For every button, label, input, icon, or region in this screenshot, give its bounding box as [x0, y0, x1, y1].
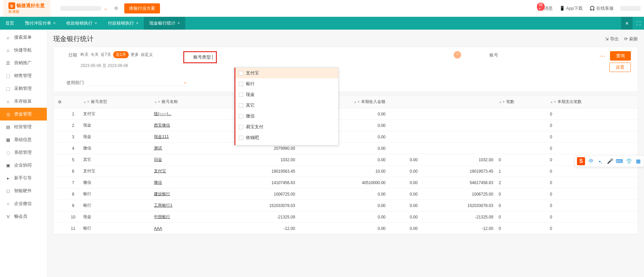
gear-icon[interactable]: ⚙	[114, 6, 118, 11]
messages-link[interactable]: 💬 消息 99 +	[537, 5, 553, 11]
sidebar-item-采购管理[interactable]: ⬚采购管理	[0, 82, 47, 95]
sidebar-item-系统管理[interactable]: ◌系统管理	[0, 146, 47, 159]
date-chip-昨天[interactable]: 昨天	[80, 52, 89, 58]
dropdown-option-长沙银行[interactable]: 长沙银行	[235, 143, 338, 145]
col-cnt[interactable]: ▲▼笔数	[496, 96, 547, 108]
online-service-link[interactable]: 🎧 在线客服	[589, 5, 614, 11]
sidebar-item-畅会员[interactable]: V畅会员	[0, 210, 47, 223]
skin-icon[interactable]: 👕	[625, 158, 632, 165]
account-link[interactable]: AAA	[154, 226, 162, 231]
date-chip-自定义[interactable]: 自定义	[141, 52, 153, 58]
account-link[interactable]: 测试	[154, 146, 162, 150]
tab-close-all-button[interactable]: ✕	[621, 17, 633, 30]
checkbox[interactable]	[239, 71, 243, 75]
sidebar-item-快捷导航[interactable]: ⌂快捷导航	[0, 44, 47, 57]
checkbox[interactable]	[239, 114, 243, 118]
sidebar-item-企业协同[interactable]: ▣企业协同	[0, 159, 47, 172]
tab-付款核销执行[interactable]: 付款核销执行×	[102, 17, 144, 30]
checkbox[interactable]	[239, 82, 243, 86]
fullscreen-button[interactable]: ⛶	[633, 17, 644, 30]
checkbox[interactable]	[239, 136, 243, 140]
account-link[interactable]: 陆(○○○)...	[154, 111, 171, 116]
ime-lang[interactable]: 中	[588, 158, 594, 165]
app-download-link[interactable]: 📱 App下载	[559, 5, 583, 11]
account-type-filter[interactable]: 账号类型	[183, 51, 217, 63]
account-link[interactable]: 中国银行	[154, 214, 170, 219]
service-label: 在线客服	[596, 5, 614, 11]
sidebar-item-新手引导[interactable]: ▸新手引导	[0, 172, 47, 184]
sidebar-item-销售管理[interactable]: ⬚销售管理	[0, 69, 47, 82]
account-link[interactable]: 西安微信	[154, 123, 170, 128]
cell-cnt: 1	[496, 166, 547, 177]
col-type[interactable]: ▲▼账号类型	[80, 96, 151, 108]
account-number-input[interactable]	[502, 51, 589, 51]
ime-punct-icon[interactable]: •,	[597, 158, 604, 165]
col-gear[interactable]: ⚙	[54, 96, 66, 108]
sidebar-item-智能硬件[interactable]: ◻智能硬件	[0, 184, 47, 197]
refresh-button[interactable]: ⟳刷新	[624, 36, 638, 42]
sogou-icon[interactable]: S	[577, 157, 585, 165]
date-chip-更多[interactable]: 更多	[131, 52, 139, 58]
checkbox[interactable]	[239, 103, 243, 108]
toolbox-icon[interactable]: ▦	[635, 158, 642, 165]
dropdown-option-微信[interactable]: 微信	[235, 111, 338, 122]
close-icon[interactable]: ×	[53, 21, 56, 26]
tab-预付冲应付单[interactable]: 预付冲应付单×	[20, 17, 61, 30]
account-link[interactable]: 微信	[154, 180, 162, 185]
dropdown-option-易宝支付[interactable]: 易宝支付	[235, 122, 338, 132]
cell-cnt: 2	[496, 177, 547, 188]
col-outcnt[interactable]: ▲▼本期支出笔数	[547, 96, 638, 108]
sidebar-item-营销推广[interactable]: ☰营销推广	[0, 57, 47, 69]
sidebar-item-资金管理[interactable]: ◎资金管理	[0, 108, 47, 120]
table-row: 11银行AAA-12.000.000.00-12.0000	[54, 223, 638, 234]
dept-select[interactable]: ⌄	[87, 78, 188, 86]
close-icon[interactable]: ×	[95, 21, 97, 26]
date-chip-近7天[interactable]: 近7天	[101, 52, 111, 58]
sidebar-icon: ◌	[5, 150, 11, 155]
close-icon[interactable]: ×	[136, 21, 138, 26]
tab-现金银行统计[interactable]: 现金银行统计×	[144, 17, 185, 30]
mic-icon[interactable]: 🎤	[607, 158, 613, 165]
cell-name: 旧金	[151, 154, 222, 166]
sidebar-item-库存核算[interactable]: ⌂库存核算	[0, 95, 47, 108]
sidebar-icon: ▸	[5, 176, 11, 181]
sidebar-item-基础信息[interactable]: ▦基础信息	[0, 133, 47, 146]
company-selector[interactable]: ⌄	[61, 6, 107, 11]
row-gear	[54, 108, 66, 120]
dropdown-option-银行[interactable]: 银行	[235, 78, 338, 89]
experience-button[interactable]: 体验行业方案	[124, 3, 160, 13]
refresh-icon: ⟳	[624, 36, 628, 41]
tab-收款核销执行[interactable]: 收款核销执行×	[61, 17, 102, 30]
cell-prev: -21325.09	[222, 211, 298, 223]
date-chip-今天[interactable]: 今天	[91, 52, 99, 58]
account-link[interactable]: 建设银行	[154, 192, 170, 196]
col-name[interactable]: ▲▼账号名称	[151, 96, 222, 108]
close-icon[interactable]: ×	[178, 21, 180, 26]
more-dots-button[interactable]: ⋯	[599, 52, 606, 60]
account-link[interactable]: 现金111	[154, 134, 169, 139]
sidebar-item-经营管理[interactable]: ▤经营管理	[0, 120, 47, 133]
checkbox[interactable]	[239, 93, 243, 97]
dropdown-option-支付宝[interactable]: 支付宝	[235, 68, 338, 78]
sidebar-item-label: 销售管理	[14, 73, 32, 79]
date-chip-近1月[interactable]: 近1月	[113, 51, 129, 58]
sidebar-item-搜索菜单[interactable]: ⌕搜索菜单	[0, 31, 47, 44]
cell-outcnt: 0	[547, 131, 638, 143]
checkbox[interactable]	[239, 125, 243, 129]
settings-button[interactable]: 设置	[609, 63, 631, 72]
tab-首页[interactable]: 首页	[0, 17, 20, 30]
keyboard-icon[interactable]: ⌨	[616, 158, 623, 165]
account-link[interactable]: 支付宝	[154, 169, 166, 173]
dropdown-option-现金[interactable]: 现金	[235, 89, 338, 100]
dropdown-option-收钱吧[interactable]: 收钱吧	[235, 132, 338, 143]
query-button[interactable]: 查询	[610, 51, 631, 61]
account-link[interactable]: 旧金	[154, 157, 162, 162]
user-block[interactable]	[620, 6, 641, 11]
dropdown-option-其它[interactable]: 其它	[235, 100, 338, 111]
sidebar-item-企业微信[interactable]: ○企业微信	[0, 197, 47, 210]
export-button[interactable]: ⇲导出	[605, 36, 619, 42]
collapse-toggle[interactable]: ⌃	[454, 51, 461, 59]
tabs-bar: 首页预付冲应付单×收款核销执行×付款核销执行×现金银行统计× ✕ ⛶	[0, 17, 644, 30]
cell-name: 中国银行	[151, 211, 222, 223]
account-link[interactable]: 工商银行1	[154, 203, 172, 208]
